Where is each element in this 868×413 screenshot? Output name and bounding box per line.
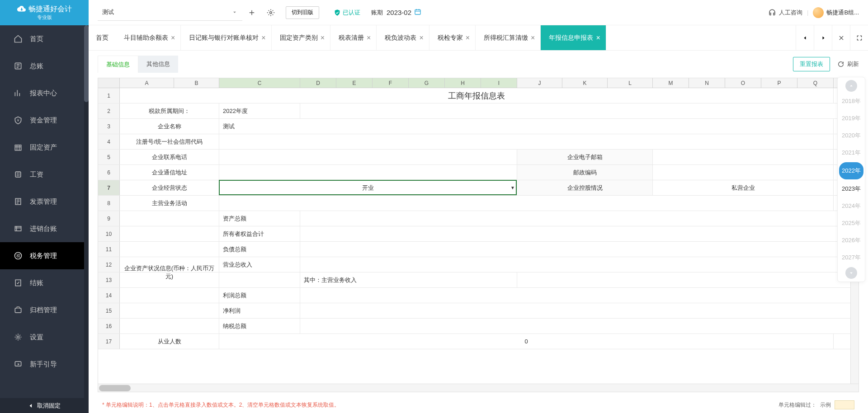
switch-old-version-button[interactable]: 切到旧版 (286, 6, 319, 19)
col-header-F[interactable]: F (373, 78, 409, 88)
unfix-sidebar-button[interactable]: 取消固定 (0, 398, 89, 413)
col-header-B[interactable]: B (174, 78, 219, 88)
year-option[interactable]: 2019年 (838, 110, 865, 127)
sidebar-item-4[interactable]: 固定资产 (0, 134, 89, 161)
tab-close[interactable]: × (531, 34, 535, 42)
row-header[interactable]: 8 (98, 196, 120, 211)
tab-5[interactable]: 税检专家× (429, 25, 476, 50)
row-header[interactable]: 13 (98, 272, 120, 287)
sheet-hscroll-thumb[interactable] (99, 385, 131, 391)
sidebar-scrollbar-thumb[interactable] (84, 25, 89, 102)
sidebar-item-3[interactable]: ¥资金管理 (0, 107, 89, 134)
company-selector[interactable]: 测试 (98, 5, 242, 21)
year-option[interactable]: 2027年 (838, 249, 865, 266)
reg-code-value[interactable] (219, 134, 834, 149)
tab-home[interactable]: 首页 (89, 25, 116, 50)
tab-4[interactable]: 税负波动表× (377, 25, 429, 50)
tab-close[interactable]: × (596, 34, 600, 42)
row-header[interactable]: 11 (98, 242, 120, 257)
add-button[interactable] (245, 6, 259, 19)
tab-2[interactable]: 固定资产类别× (272, 25, 330, 50)
holding-value[interactable]: 私营企业 (653, 180, 834, 195)
tab-close[interactable]: × (321, 34, 325, 42)
col-header-D[interactable]: D (300, 78, 336, 88)
sheet-horizontal-scrollbar[interactable] (98, 384, 859, 392)
sidebar-item-6[interactable]: 发票管理 (0, 188, 89, 215)
year-option[interactable]: 2024年 (838, 197, 865, 215)
row-header[interactable]: 2 (98, 103, 120, 118)
reset-report-button[interactable]: 重置报表 (793, 57, 830, 71)
sidebar-item-12[interactable]: 新手引导 (0, 351, 89, 378)
row-header[interactable]: 3 (98, 119, 120, 134)
tab-basic-info[interactable]: 基础信息 (98, 56, 138, 73)
col-header-H[interactable]: H (445, 78, 481, 88)
col-header-M[interactable]: M (653, 78, 689, 88)
col-header-Q[interactable]: Q (797, 78, 834, 88)
year-scroll-up[interactable] (845, 80, 857, 92)
zip-value[interactable] (653, 165, 834, 180)
close-all-tabs[interactable] (832, 25, 850, 50)
calendar-icon[interactable] (414, 8, 421, 17)
user-menu[interactable]: 畅捷通B组... (813, 7, 859, 18)
consult-link[interactable]: 人工咨询 (768, 9, 802, 17)
row-header[interactable]: 9 (98, 211, 120, 226)
tab-7[interactable]: 年报信息申报表× (541, 25, 606, 50)
year-option[interactable]: 2023年 (838, 180, 865, 197)
year-option[interactable]: 2022年 (839, 162, 863, 179)
sidebar-item-2[interactable]: 报表中心 (0, 80, 89, 107)
row-header[interactable]: 14 (98, 288, 120, 303)
col-header-G[interactable]: G (409, 78, 445, 88)
col-header-J[interactable]: J (517, 78, 562, 88)
row-header[interactable]: 15 (98, 303, 120, 318)
row-header[interactable]: 12 (98, 257, 120, 272)
col-header-P[interactable]: P (761, 78, 797, 88)
col-header-E[interactable]: E (336, 78, 373, 88)
tab-0[interactable]: 斗目辅助余额表× (116, 25, 181, 50)
col-header-C[interactable]: C (219, 78, 300, 88)
period-value[interactable]: 2023-02 (387, 9, 411, 16)
status-dropdown[interactable]: 开业▼ (219, 180, 517, 195)
tab-scroll-left[interactable] (796, 25, 814, 50)
tab-close[interactable]: × (367, 34, 371, 42)
col-header-A[interactable]: A (120, 78, 174, 88)
col-header-I[interactable]: I (481, 78, 517, 88)
select-all-corner[interactable] (98, 78, 120, 88)
row-header[interactable]: 6 (98, 165, 120, 180)
sidebar-item-0[interactable]: 首页 (0, 25, 89, 52)
row-header[interactable]: 4 (98, 134, 120, 149)
tab-3[interactable]: 税表清册× (330, 25, 377, 50)
row-header[interactable]: 5 (98, 150, 120, 164)
tab-close[interactable]: × (261, 34, 265, 42)
tab-other-info[interactable]: 其他信息 (138, 56, 178, 73)
sidebar-item-11[interactable]: 设置 (0, 324, 89, 351)
email-value[interactable] (653, 150, 834, 164)
year-option[interactable]: 2026年 (838, 232, 865, 249)
year-scroll-down[interactable] (845, 267, 857, 279)
tab-1[interactable]: 日记账与银行对账单核对× (181, 25, 271, 50)
tab-close[interactable]: × (466, 34, 470, 42)
row-header[interactable]: 17 (98, 334, 120, 349)
fullscreen-button[interactable] (850, 25, 868, 50)
year-option[interactable]: 2021年 (838, 144, 865, 161)
row-header[interactable]: 1 (98, 88, 120, 103)
row-header[interactable]: 16 (98, 319, 120, 333)
row-header[interactable]: 10 (98, 226, 120, 241)
year-option[interactable]: 2018年 (838, 93, 865, 110)
sidebar-item-8[interactable]: 税税务管理 (0, 242, 89, 269)
company-name-value[interactable]: 测试 (219, 119, 834, 134)
sidebar-item-10[interactable]: 归档管理 (0, 296, 89, 324)
sidebar-item-7[interactable]: 进销台账 (0, 215, 89, 242)
tab-close[interactable]: × (171, 34, 175, 42)
tab-6[interactable]: 所得税汇算清缴× (476, 25, 541, 50)
sidebar-item-5[interactable]: 薪工资 (0, 161, 89, 188)
col-header-O[interactable]: O (725, 78, 761, 88)
phone-value[interactable] (219, 150, 517, 164)
settings-button[interactable] (264, 6, 278, 19)
sidebar-item-1[interactable]: 总账 (0, 52, 89, 80)
refresh-button[interactable]: 刷新 (837, 60, 859, 68)
col-header-K[interactable]: K (562, 78, 608, 88)
col-header-L[interactable]: L (608, 78, 653, 88)
employees-value[interactable]: 0 (219, 334, 834, 349)
year-option[interactable]: 2025年 (838, 215, 865, 232)
address-value[interactable] (219, 165, 517, 180)
